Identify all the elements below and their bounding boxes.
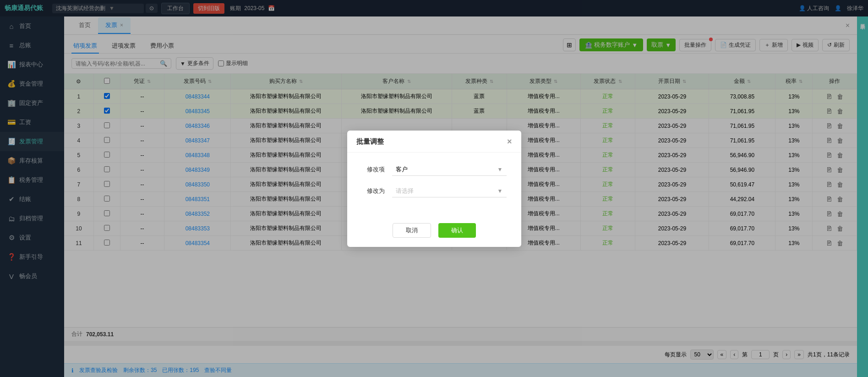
modify-field-select[interactable]: 客户 ▼ — [392, 164, 507, 176]
confirm-btn[interactable]: 确认 — [438, 223, 476, 238]
modify-field-row: 修改项 客户 ▼ — [362, 164, 507, 176]
dialog-close-btn[interactable]: × — [507, 137, 512, 147]
modify-field-value: 客户 — [396, 165, 408, 174]
modify-to-arrow: ▼ — [497, 188, 503, 194]
batch-adjust-dialog: 批量调整 × 修改项 客户 ▼ 修改为 请选择 ▼ 取消 确认 — [347, 131, 521, 247]
cancel-btn[interactable]: 取消 — [393, 223, 431, 238]
dialog-footer: 取消 确认 — [347, 218, 521, 247]
modify-to-label: 修改为 — [362, 187, 385, 195]
dialog-body: 修改项 客户 ▼ 修改为 请选择 ▼ — [347, 153, 521, 218]
modify-to-row: 修改为 请选择 ▼ — [362, 185, 507, 197]
modify-to-select[interactable]: 请选择 ▼ — [392, 185, 507, 197]
modify-field-label: 修改项 — [362, 165, 385, 174]
dialog-header: 批量调整 × — [347, 131, 521, 153]
modify-field-arrow: ▼ — [497, 166, 503, 173]
modify-to-placeholder: 请选择 — [396, 187, 414, 195]
dialog-title: 批量调整 — [356, 137, 384, 146]
modal-overlay: 批量调整 × 修改项 客户 ▼ 修改为 请选择 ▼ 取消 确认 — [0, 0, 868, 377]
